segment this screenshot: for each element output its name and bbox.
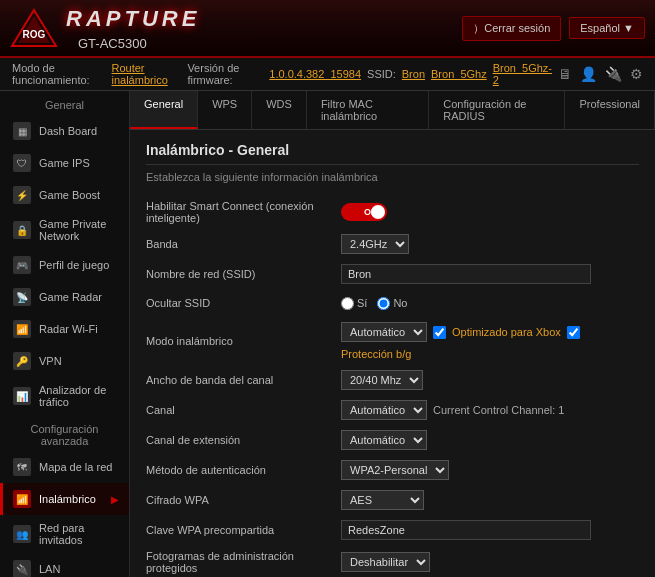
sidebar-item-mapa[interactable]: 🗺 Mapa de la red: [0, 451, 129, 483]
network-icon[interactable]: 🖥: [558, 66, 572, 82]
ancho-select[interactable]: 20/40 Mhz 20 Mhz 40 Mhz: [341, 370, 423, 390]
perfil-icon: 🎮: [13, 256, 31, 274]
ssid-input[interactable]: [341, 264, 591, 284]
tab-general[interactable]: General: [130, 91, 198, 129]
sidebar-label-vpn: VPN: [39, 355, 62, 367]
sidebar-item-radarwifi[interactable]: 📶 Radar Wi-Fi: [0, 313, 129, 345]
content-area: General WPS WDS Filtro MAC inalámbrico C…: [130, 91, 655, 577]
sidebar-label-gameradar: Game Radar: [39, 291, 102, 303]
tab-wps[interactable]: WPS: [198, 91, 252, 129]
row-fotogramas: Fotogramas de administración protegidos …: [146, 545, 639, 577]
cerrar-sesion-button[interactable]: ）Cerrar sesión: [462, 16, 561, 41]
language-button[interactable]: Español ▼: [569, 17, 645, 39]
page-subtitle: Establezca la siguiente información inal…: [146, 171, 639, 183]
canal-info: Current Control Channel: 1: [433, 404, 564, 416]
row-banda: Banda 2.4GHz 5GHz-1 5GHz-2: [146, 229, 639, 259]
sidebar: General ▦ Dash Board 🛡 Game IPS ⚡ Game B…: [0, 91, 130, 577]
label-fotogramas: Fotogramas de administración protegidos: [146, 550, 341, 574]
row-canal-ext: Canal de extensión Automático Superior I…: [146, 425, 639, 455]
label-ssid: Nombre de red (SSID): [146, 268, 341, 280]
proteccion-label: Protección b/g: [341, 348, 411, 360]
ssid-link-3[interactable]: Bron_5Ghz-2: [493, 62, 552, 86]
sidebar-section-avanzada: Configuración avanzada: [0, 415, 129, 451]
sidebar-item-gameprivatenetwork[interactable]: 🔒 Game Private Network: [0, 211, 129, 249]
toggle-knob: [371, 205, 385, 219]
language-label: Español: [580, 22, 620, 34]
ocultar-no-radio[interactable]: [377, 297, 390, 310]
sidebar-label-lan: LAN: [39, 563, 60, 575]
label-ocultar: Ocultar SSID: [146, 297, 341, 309]
tab-filtro-mac[interactable]: Filtro MAC inalámbrico: [307, 91, 429, 129]
sidebar-label-perfil: Perfil de juego: [39, 259, 109, 271]
control-autenticacion: WPA2-Personal WPA-Personal Open System: [341, 460, 639, 480]
sidebar-label-analizador: Analizador de tráfico: [39, 384, 119, 408]
control-ancho: 20/40 Mhz 20 Mhz 40 Mhz: [341, 370, 639, 390]
tab-wds[interactable]: WDS: [252, 91, 307, 129]
row-smart-connect: Habilitar Smart Connect (conexión inteli…: [146, 195, 639, 229]
xbox-checkbox[interactable]: [433, 326, 446, 339]
proteccion-checkbox[interactable]: [567, 326, 580, 339]
control-ssid: [341, 264, 639, 284]
row-cifrado: Cifrado WPA AES TKIP AES+TKIP: [146, 485, 639, 515]
tab-professional[interactable]: Professional: [565, 91, 655, 129]
model-name: GT-AC5300: [78, 36, 200, 51]
sidebar-label-mapa: Mapa de la red: [39, 461, 112, 473]
fotogramas-select[interactable]: Deshabilitar Habilitar Obligatorio: [341, 552, 430, 572]
label-cifrado: Cifrado WPA: [146, 494, 341, 506]
control-banda: 2.4GHz 5GHz-1 5GHz-2: [341, 234, 639, 254]
xbox-label: Optimizado para Xbox: [452, 326, 561, 338]
clave-input[interactable]: [341, 520, 591, 540]
analizador-icon: 📊: [13, 387, 31, 405]
row-ocultar: Ocultar SSID Sí No: [146, 289, 639, 317]
tabs-bar: General WPS WDS Filtro MAC inalámbrico C…: [130, 91, 655, 130]
sidebar-item-vpn[interactable]: 🔑 VPN: [0, 345, 129, 377]
sidebar-item-dashboard[interactable]: ▦ Dash Board: [0, 115, 129, 147]
row-modo: Modo inalámbrico Automático N Only G Onl…: [146, 317, 639, 365]
canal-ext-select[interactable]: Automático Superior Inferior: [341, 430, 427, 450]
sidebar-item-analizador[interactable]: 📊 Analizador de tráfico: [0, 377, 129, 415]
version-label: Versión de firmware:: [187, 62, 263, 86]
sidebar-item-gameboost[interactable]: ⚡ Game Boost: [0, 179, 129, 211]
cifrado-select[interactable]: AES TKIP AES+TKIP: [341, 490, 424, 510]
ocultar-no-label[interactable]: No: [377, 297, 407, 310]
gameradar-icon: 📡: [13, 288, 31, 306]
sidebar-item-gameips[interactable]: 🛡 Game IPS: [0, 147, 129, 179]
banda-select[interactable]: 2.4GHz 5GHz-1 5GHz-2: [341, 234, 409, 254]
gameboost-icon: ⚡: [13, 186, 31, 204]
modo-link[interactable]: Router inalámbrico: [112, 62, 182, 86]
modo-select[interactable]: Automático N Only G Only: [341, 322, 427, 342]
ocultar-si-label[interactable]: Sí: [341, 297, 367, 310]
label-clave: Clave WPA precompartida: [146, 524, 341, 536]
row-autenticacion: Método de autenticación WPA2-Personal WP…: [146, 455, 639, 485]
ocultar-si-radio[interactable]: [341, 297, 354, 310]
label-ancho: Ancho de banda del canal: [146, 374, 341, 386]
sidebar-item-inalambrico[interactable]: 📶 Inalámbrico ▶: [0, 483, 129, 515]
user-icon[interactable]: 👤: [580, 66, 597, 82]
settings-icon[interactable]: ⚙: [630, 66, 643, 82]
modo-label: Modo de funcionamiento:: [12, 62, 106, 86]
usb-icon[interactable]: 🔌: [605, 66, 622, 82]
label-modo: Modo inalámbrico: [146, 335, 341, 347]
version-link[interactable]: 1.0.0.4.382_15984: [269, 68, 361, 80]
gameips-icon: 🛡: [13, 154, 31, 172]
ssid-link-1[interactable]: Bron: [402, 68, 425, 80]
chevron-down-icon: ▼: [623, 22, 634, 34]
sidebar-label-gameips: Game IPS: [39, 157, 90, 169]
tab-radius[interactable]: Configuración de RADIUS: [429, 91, 565, 129]
canal-select[interactable]: Automático 123456: [341, 400, 427, 420]
sidebar-item-gameradar[interactable]: 📡 Game Radar: [0, 281, 129, 313]
ssid-link-2[interactable]: Bron_5Ghz: [431, 68, 487, 80]
sidebar-item-perfil[interactable]: 🎮 Perfil de juego: [0, 249, 129, 281]
rog-logo: ROG: [10, 8, 58, 48]
label-smart-connect: Habilitar Smart Connect (conexión inteli…: [146, 200, 341, 224]
sidebar-item-lan[interactable]: 🔌 LAN: [0, 553, 129, 577]
label-banda: Banda: [146, 238, 341, 250]
inalambrico-arrow: ▶: [111, 494, 119, 505]
dashboard-icon: ▦: [13, 122, 31, 140]
sidebar-label-dashboard: Dash Board: [39, 125, 97, 137]
autenticacion-select[interactable]: WPA2-Personal WPA-Personal Open System: [341, 460, 449, 480]
radarwifi-icon: 📶: [13, 320, 31, 338]
sidebar-item-invitados[interactable]: 👥 Red para invitados: [0, 515, 129, 553]
gpn-icon: 🔒: [13, 221, 31, 239]
smart-connect-toggle[interactable]: OFF: [341, 203, 387, 221]
